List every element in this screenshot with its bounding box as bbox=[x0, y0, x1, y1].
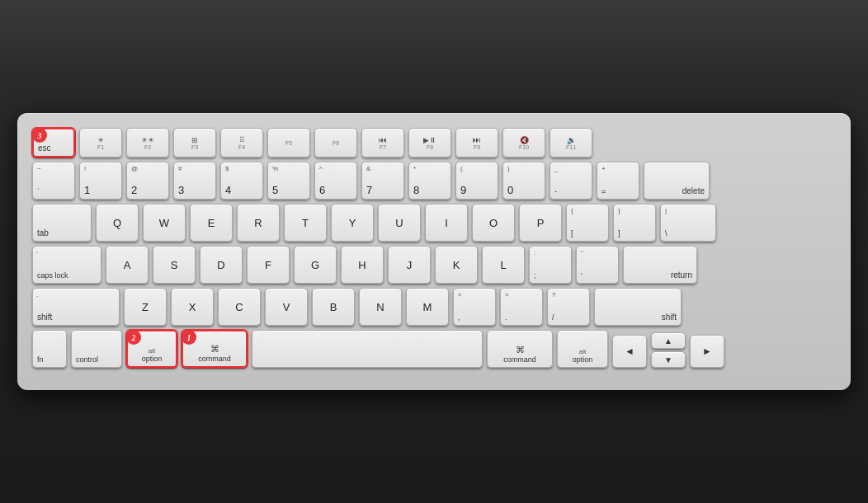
keyboard-container: 3 esc ☀ F1 ☀☀ F2 ⊞ F3 ⠿ F4 bbox=[0, 0, 868, 503]
g-key[interactable]: G bbox=[294, 246, 337, 284]
k-key[interactable]: K bbox=[435, 246, 478, 284]
option-right-key[interactable]: alt option bbox=[557, 330, 608, 368]
fn-row: 3 esc ☀ F1 ☀☀ F2 ⊞ F3 ⠿ F4 bbox=[32, 128, 836, 157]
minus-key[interactable]: _ - bbox=[550, 162, 592, 200]
y-key[interactable]: Y bbox=[331, 204, 374, 242]
f11-key[interactable]: 🔉 F11 bbox=[550, 128, 592, 157]
keyboard-body: 3 esc ☀ F1 ☀☀ F2 ⊞ F3 ⠿ F4 bbox=[17, 113, 851, 390]
a-key[interactable]: A bbox=[106, 246, 149, 284]
7-key[interactable]: & 7 bbox=[361, 162, 404, 200]
b-key[interactable]: B bbox=[312, 288, 355, 326]
equals-key[interactable]: + = bbox=[597, 162, 639, 200]
t-key[interactable]: T bbox=[284, 204, 327, 242]
option-left-key[interactable]: 2 alt option bbox=[126, 330, 177, 368]
6-key[interactable]: ^ 6 bbox=[314, 162, 357, 200]
i-key[interactable]: I bbox=[425, 204, 468, 242]
esc-key[interactable]: 3 esc bbox=[32, 128, 75, 157]
s-key[interactable]: S bbox=[153, 246, 196, 284]
r-key[interactable]: R bbox=[237, 204, 280, 242]
down-arrow-key[interactable]: ▼ bbox=[651, 351, 686, 368]
right-shift-key[interactable]: shift bbox=[594, 288, 682, 326]
shift-row: - shift Z X C V B N M < , > . ? / shif bbox=[32, 288, 836, 326]
semicolon-key[interactable]: : ; bbox=[529, 246, 572, 284]
2-key[interactable]: @ 2 bbox=[126, 162, 169, 200]
l-key[interactable]: L bbox=[482, 246, 525, 284]
comma-key[interactable]: < , bbox=[453, 288, 496, 326]
d-key[interactable]: D bbox=[200, 246, 243, 284]
f1-key[interactable]: ☀ F1 bbox=[79, 128, 122, 157]
j-key[interactable]: J bbox=[388, 246, 431, 284]
9-key[interactable]: ( 9 bbox=[455, 162, 498, 200]
q-key[interactable]: Q bbox=[96, 204, 139, 242]
caps-row: • caps lock A S D F G H J K L : ; " ' re… bbox=[32, 246, 836, 284]
n-key[interactable]: N bbox=[359, 288, 402, 326]
delete-key[interactable]: delete bbox=[644, 162, 710, 200]
o-key[interactable]: O bbox=[472, 204, 515, 242]
command-left-label: command bbox=[198, 355, 231, 363]
slash-key[interactable]: ? / bbox=[547, 288, 590, 326]
command-right-key[interactable]: ⌘ command bbox=[487, 330, 553, 368]
p-key[interactable]: P bbox=[519, 204, 562, 242]
spacebar-key[interactable] bbox=[252, 330, 483, 368]
4-key[interactable]: $ 4 bbox=[220, 162, 263, 200]
8-key[interactable]: * 8 bbox=[408, 162, 451, 200]
period-key[interactable]: > . bbox=[500, 288, 543, 326]
up-arrow-key[interactable]: ▲ bbox=[651, 332, 686, 349]
option-right-label: option bbox=[573, 355, 593, 364]
tab-key[interactable]: tab bbox=[32, 204, 92, 242]
w-key[interactable]: W bbox=[143, 204, 186, 242]
left-shift-key[interactable]: - shift bbox=[32, 288, 120, 326]
bottom-row: fn control 2 alt option 1 ⌘ command bbox=[32, 330, 836, 368]
0-key[interactable]: ) 0 bbox=[502, 162, 545, 200]
v-key[interactable]: V bbox=[265, 288, 308, 326]
z-key[interactable]: Z bbox=[124, 288, 167, 326]
f4-key[interactable]: ⠿ F4 bbox=[220, 128, 263, 157]
3-key[interactable]: # 3 bbox=[173, 162, 216, 200]
quote-key[interactable]: " ' bbox=[576, 246, 619, 284]
tab-row: tab Q W E R T Y U I O P { [ } ] | \ bbox=[32, 204, 836, 242]
command-right-label: command bbox=[503, 355, 536, 364]
command-left-key[interactable]: 1 ⌘ command bbox=[182, 330, 248, 368]
f7-key[interactable]: ⏮ F7 bbox=[361, 128, 404, 157]
f10-key[interactable]: 🔇 F10 bbox=[502, 128, 545, 157]
right-arrow-key[interactable]: ► bbox=[690, 335, 724, 368]
f-key[interactable]: F bbox=[247, 246, 290, 284]
option-left-label: option bbox=[142, 355, 163, 363]
h-key[interactable]: H bbox=[341, 246, 384, 284]
return-key[interactable]: return bbox=[623, 246, 697, 284]
f5-key[interactable]: F5 bbox=[267, 128, 310, 157]
bracket-open-key[interactable]: { [ bbox=[566, 204, 609, 242]
1-key[interactable]: ! 1 bbox=[79, 162, 122, 200]
esc-label: esc bbox=[38, 144, 51, 153]
number-row: ~ ` ! 1 @ 2 # 3 $ 4 % 5 bbox=[32, 162, 836, 200]
f2-key[interactable]: ☀☀ F2 bbox=[126, 128, 169, 157]
esc-badge: 3 bbox=[32, 128, 47, 143]
control-key[interactable]: control bbox=[71, 330, 122, 368]
option-badge: 2 bbox=[126, 330, 141, 345]
m-key[interactable]: M bbox=[406, 288, 449, 326]
f9-key[interactable]: ⏭ F9 bbox=[455, 128, 498, 157]
f6-key[interactable]: F6 bbox=[314, 128, 357, 157]
5-key[interactable]: % 5 bbox=[267, 162, 310, 200]
bracket-close-key[interactable]: } ] bbox=[613, 204, 656, 242]
vertical-arrows: ▲ ▼ bbox=[651, 332, 686, 368]
fn-key[interactable]: fn bbox=[32, 330, 67, 368]
c-key[interactable]: C bbox=[218, 288, 261, 326]
command-badge: 1 bbox=[182, 330, 196, 345]
caps-lock-key[interactable]: • caps lock bbox=[32, 246, 101, 284]
e-key[interactable]: E bbox=[190, 204, 233, 242]
x-key[interactable]: X bbox=[171, 288, 214, 326]
f8-key[interactable]: ▶⏸ F8 bbox=[408, 128, 451, 157]
left-arrow-key[interactable]: ◄ bbox=[612, 335, 647, 368]
tilde-key[interactable]: ~ ` bbox=[32, 162, 75, 200]
u-key[interactable]: U bbox=[378, 204, 421, 242]
f3-key[interactable]: ⊞ F3 bbox=[173, 128, 216, 157]
backslash-key[interactable]: | \ bbox=[660, 204, 716, 242]
